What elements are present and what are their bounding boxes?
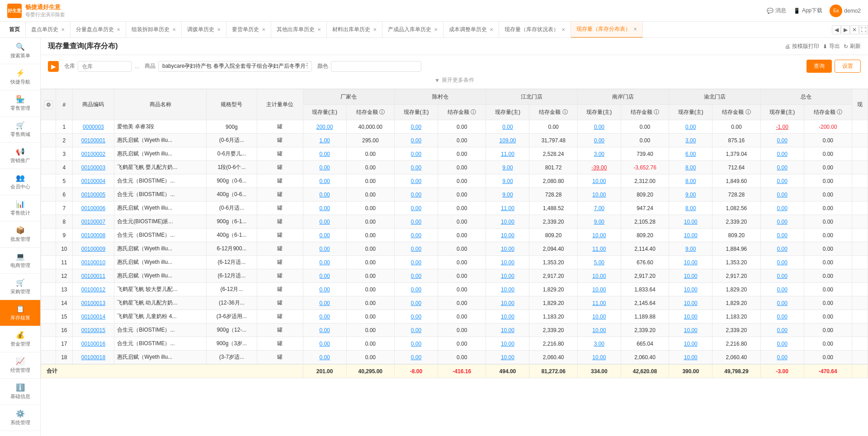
row-w2-qty[interactable]: 10.00	[486, 323, 529, 337]
row-code[interactable]: 00100007	[72, 215, 114, 229]
row-w4-qty[interactable]: 8.00	[669, 174, 712, 188]
row-factory-qty[interactable]: 0.00	[303, 242, 346, 256]
tab-close-icon[interactable]: ✕	[490, 27, 493, 32]
row-w4-qty[interactable]: 6.00	[669, 147, 712, 161]
row-code[interactable]: 00100013	[72, 296, 114, 310]
row-factory-qty[interactable]: 0.00	[303, 188, 346, 202]
row-w4-qty[interactable]: 9.00	[669, 188, 712, 202]
row-w2-qty[interactable]: 10.00	[486, 242, 529, 256]
row-total-qty[interactable]: 0.00	[760, 310, 804, 323]
sidebar-item-7[interactable]: 📦批发管理	[0, 221, 40, 248]
row-w1-qty[interactable]: 0.00	[394, 242, 438, 256]
row-factory-qty[interactable]: 0.00	[303, 310, 346, 323]
refresh-btn[interactable]: ↻ 刷新	[844, 42, 861, 50]
tab-item-5[interactable]: 要货单历史✕	[226, 22, 271, 38]
row-code[interactable]: 00100012	[72, 283, 114, 296]
row-w3-qty[interactable]: 10.00	[577, 229, 621, 242]
row-w3-qty[interactable]: 11.00	[577, 242, 621, 256]
tab-close-icon[interactable]: ✕	[117, 27, 120, 32]
row-w2-qty[interactable]: 10.00	[486, 310, 529, 323]
row-w2-qty[interactable]: 10.00	[486, 351, 529, 365]
tab-close-icon[interactable]: ✕	[317, 27, 321, 32]
row-w1-qty[interactable]: 0.00	[394, 215, 438, 229]
row-code[interactable]: 00100005	[72, 188, 114, 202]
row-w3-qty[interactable]: 11.00	[577, 296, 621, 310]
tab-expand-btn[interactable]: ⛶	[859, 25, 868, 34]
row-w1-qty[interactable]: 0.00	[394, 337, 438, 351]
row-total-qty[interactable]: 0.00	[760, 188, 804, 202]
app-download-btn[interactable]: 📱 App下载	[793, 7, 822, 14]
row-total-qty[interactable]: 0.00	[760, 161, 804, 174]
tab-item-10[interactable]: 现存量（库存状况表）✕	[499, 22, 571, 38]
row-code[interactable]: 00100009	[72, 242, 114, 256]
row-w2-qty[interactable]: 10.00	[486, 215, 529, 229]
row-code[interactable]: 00100004	[72, 174, 114, 188]
row-w2-qty[interactable]: 10.00	[486, 269, 529, 283]
row-factory-qty[interactable]: 0.00	[303, 337, 346, 351]
tab-item-1[interactable]: 盘点单历史✕	[26, 22, 71, 38]
tab-close-icon[interactable]: ✕	[61, 27, 65, 32]
row-total-qty[interactable]: 0.00	[760, 229, 804, 242]
th-settings[interactable]: ⚙	[41, 89, 56, 120]
row-code[interactable]: 00100002	[72, 147, 114, 161]
row-factory-qty[interactable]: 0.00	[303, 229, 346, 242]
sidebar-item-15[interactable]: 🤝企业协同	[0, 431, 40, 436]
sidebar-item-10[interactable]: 📋库存核算	[0, 300, 40, 326]
sidebar-item-5[interactable]: 👥会员中心	[0, 169, 40, 195]
row-code[interactable]: 00100015	[72, 323, 114, 337]
warehouse-input[interactable]	[78, 61, 132, 72]
row-w1-qty[interactable]: 0.00	[394, 283, 438, 296]
sidebar-item-11[interactable]: 💰资金管理	[0, 326, 40, 352]
row-factory-qty[interactable]: 0.00	[303, 269, 346, 283]
row-w1-qty[interactable]: 0.00	[394, 161, 438, 174]
row-factory-qty[interactable]: 0.00	[303, 296, 346, 310]
sidebar-item-3[interactable]: 🛒零售商城	[0, 117, 40, 143]
row-w3-qty[interactable]: 0.00	[577, 120, 621, 134]
row-total-qty[interactable]: 0.00	[760, 202, 804, 215]
row-w1-qty[interactable]: 0.00	[394, 174, 438, 188]
row-w2-qty[interactable]: 11.00	[486, 147, 529, 161]
row-w1-qty[interactable]: 0.00	[394, 310, 438, 323]
tab-next-btn[interactable]: ▶	[841, 25, 850, 34]
row-w4-qty[interactable]: 9.00	[669, 242, 712, 256]
row-code[interactable]: 00100014	[72, 310, 114, 323]
tab-item-9[interactable]: 成本调整单历史✕	[443, 22, 499, 38]
filter-expand-btn[interactable]: ▶	[48, 61, 59, 72]
row-w3-qty[interactable]: -39.00	[577, 161, 621, 174]
row-code[interactable]: 00100011	[72, 269, 114, 283]
settings-icon[interactable]: ⚙	[44, 100, 53, 109]
row-w1-qty[interactable]: 0.00	[394, 188, 438, 202]
tab-item-4[interactable]: 调拨单历史✕	[182, 22, 226, 38]
row-total-qty[interactable]: 0.00	[760, 283, 804, 296]
row-w2-qty[interactable]: 10.00	[486, 296, 529, 310]
row-total-qty[interactable]: 0.00	[760, 337, 804, 351]
export-btn[interactable]: ⬇ 导出	[823, 42, 840, 50]
row-code[interactable]: 00100018	[72, 351, 114, 365]
row-w2-qty[interactable]: 0.00	[486, 120, 529, 134]
row-code[interactable]: 00100010	[72, 256, 114, 269]
row-factory-qty[interactable]: 0.00	[303, 215, 346, 229]
row-w2-qty[interactable]: 9.00	[486, 161, 529, 174]
row-factory-qty[interactable]: 200.00	[303, 120, 346, 134]
row-w3-qty[interactable]: 10.00	[577, 351, 621, 365]
sidebar-item-1[interactable]: ⚡快捷导航	[0, 64, 40, 90]
tab-close-icon[interactable]: ✕	[434, 27, 438, 32]
row-w4-qty[interactable]: 10.00	[669, 269, 712, 283]
tab-close-icon[interactable]: ✕	[373, 27, 377, 32]
goods-input[interactable]	[158, 61, 312, 72]
sidebar-item-8[interactable]: 💻电商管理	[0, 248, 40, 274]
row-w1-qty[interactable]: 0.00	[394, 229, 438, 242]
sidebar-item-9[interactable]: 🛒采购管理	[0, 274, 40, 300]
row-w4-qty[interactable]: 10.00	[669, 323, 712, 337]
sidebar-item-4[interactable]: 📢营销推广	[0, 143, 40, 169]
row-w3-qty[interactable]: 0.00	[577, 134, 621, 147]
row-w1-qty[interactable]: 0.00	[394, 296, 438, 310]
tab-close-icon[interactable]: ✕	[561, 27, 565, 32]
user-area[interactable]: Ea demo2	[830, 5, 861, 17]
tab-close-icon[interactable]: ✕	[217, 27, 221, 32]
row-w2-qty[interactable]: 9.00	[486, 174, 529, 188]
tab-close-icon[interactable]: ✕	[262, 27, 265, 32]
print-btn[interactable]: 🖨 按模版打印	[785, 42, 819, 50]
sidebar-item-13[interactable]: ℹ️基础信息	[0, 379, 40, 405]
row-w1-qty[interactable]: 0.00	[394, 351, 438, 365]
